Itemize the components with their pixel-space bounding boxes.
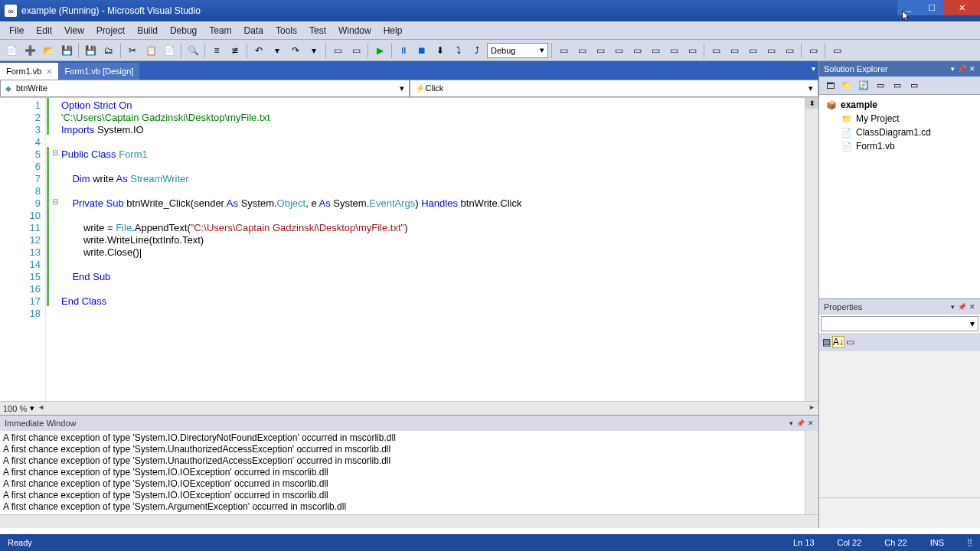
tab-form1-vb-design-[interactable]: Form1.vb [Design] (58, 63, 139, 80)
se-menu-icon[interactable]: ▾ (951, 65, 955, 73)
immediate-vscroll[interactable] (805, 431, 818, 514)
config-dropdown[interactable]: Debug▾ (487, 43, 548, 58)
fold-gutter[interactable]: ⊟⊟ (51, 98, 60, 401)
menu-data[interactable]: Data (238, 23, 270, 38)
start-icon[interactable]: ▶ (371, 42, 388, 59)
copy-icon[interactable]: 📋 (142, 42, 159, 59)
props-close-icon[interactable]: ✕ (969, 303, 975, 311)
tab-form1-vb[interactable]: Form1.vb✕ (0, 63, 58, 80)
step-over-icon[interactable]: ⤵ (450, 42, 467, 59)
menu-file[interactable]: File (3, 23, 30, 38)
zoom-dd-icon[interactable]: ▾ (30, 403, 34, 413)
close-button[interactable]: ✕ (943, 0, 980, 15)
open-icon[interactable]: 📂 (40, 42, 57, 59)
uncomment-icon[interactable]: ≢ (227, 42, 243, 59)
step-icon[interactable]: ⬇ (432, 42, 449, 59)
project-node[interactable]: 📦 example (822, 98, 977, 112)
tree-item-form1-vb[interactable]: 📄Form1.vb (822, 139, 977, 153)
props-pages-icon[interactable]: ▭ (846, 337, 854, 347)
tb-c-icon[interactable]: ▭ (592, 42, 609, 59)
step-out-icon[interactable]: ⤴ (469, 42, 485, 59)
tab-overflow-icon[interactable]: ▾ (812, 64, 815, 73)
se-close-icon[interactable]: ✕ (969, 65, 975, 73)
redo-icon[interactable]: ↷ (287, 42, 304, 59)
save-all-icon[interactable]: 💾 (82, 42, 99, 59)
tb-g-icon[interactable]: ▭ (665, 42, 682, 59)
tb-o-icon[interactable]: ▭ (828, 42, 845, 59)
code-editor[interactable]: 123456789101112131415161718 ⊟⊟ Option St… (0, 98, 818, 401)
menu-help[interactable]: Help (377, 23, 409, 38)
maximize-button[interactable]: ☐ (920, 0, 943, 15)
menu-project[interactable]: Project (90, 23, 131, 38)
tb-h-icon[interactable]: ▭ (684, 42, 701, 59)
horizontal-scrollbar[interactable] (38, 403, 815, 414)
menu-edit[interactable]: Edit (30, 23, 58, 38)
status-ins: INS (930, 538, 944, 547)
method-dropdown[interactable]: Click▾ (410, 80, 819, 97)
tb-d-icon[interactable]: ▭ (610, 42, 627, 59)
window-controls: _ ☐ ✕ (897, 0, 980, 15)
se-design-icon[interactable]: ▭ (906, 78, 922, 93)
tb-f-icon[interactable]: ▭ (647, 42, 664, 59)
vertical-scrollbar[interactable]: ⬍ (805, 98, 818, 401)
nav-fwd-icon[interactable]: ▭ (348, 42, 364, 59)
immediate-pin-icon[interactable]: 📌 (796, 419, 805, 427)
undo-dd-icon[interactable]: ▾ (269, 42, 286, 59)
new-project-icon[interactable]: 📄 (3, 42, 20, 59)
undo-icon[interactable]: ↶ (250, 42, 267, 59)
find-icon[interactable]: 🔍 (185, 42, 201, 59)
redo-dd-icon[interactable]: ▾ (305, 42, 322, 59)
properties-object-dropdown[interactable]: ▾ (821, 316, 978, 331)
tb-k-icon[interactable]: ▭ (744, 42, 761, 59)
class-dropdown[interactable]: btnWrite▾ (0, 80, 410, 97)
tb-e-icon[interactable]: ▭ (629, 42, 645, 59)
se-view-icon[interactable]: ▭ (873, 78, 888, 93)
tb-n-icon[interactable]: ▭ (805, 42, 822, 59)
props-cat-icon[interactable]: ▤ (822, 337, 831, 347)
menu-tools[interactable]: Tools (270, 23, 303, 38)
se-properties-icon[interactable]: 🗔 (822, 78, 838, 93)
add-item-icon[interactable]: ➕ (21, 42, 38, 59)
resize-grip-icon[interactable]: ⣿ (967, 538, 972, 547)
tb-b-icon[interactable]: ▭ (573, 42, 590, 59)
menu-build[interactable]: Build (131, 23, 164, 38)
properties-grid[interactable] (819, 351, 980, 497)
menu-window[interactable]: Window (332, 23, 377, 38)
tree-item-my-project[interactable]: 📁My Project (822, 112, 977, 126)
solution-tree[interactable]: 📦 example 📁My Project📄ClassDiagram1.cd📄F… (819, 95, 980, 298)
se-showall-icon[interactable]: 📁 (839, 78, 854, 93)
stop-icon[interactable]: ⏹ (413, 42, 430, 59)
props-pin-icon[interactable]: 📌 (958, 303, 966, 311)
tab-close-icon[interactable]: ✕ (46, 67, 52, 76)
tb-j-icon[interactable]: ▭ (726, 42, 743, 59)
immediate-close-icon[interactable]: ✕ (808, 419, 814, 427)
menu-view[interactable]: View (58, 23, 90, 38)
zoom-level[interactable]: 100 % (3, 404, 27, 413)
status-line: Ln 13 (793, 538, 815, 547)
minimize-button[interactable]: _ (897, 0, 920, 15)
save-icon[interactable]: 💾 (58, 42, 75, 59)
save-all2-icon[interactable]: 🗂 (100, 42, 117, 59)
pause-icon[interactable]: ⏸ (395, 42, 412, 59)
props-az-icon[interactable]: A↓ (832, 336, 844, 348)
menu-debug[interactable]: Debug (164, 23, 203, 38)
tb-l-icon[interactable]: ▭ (763, 42, 779, 59)
tree-item-classdiagram1-cd[interactable]: 📄ClassDiagram1.cd (822, 126, 977, 139)
se-pin-icon[interactable]: 📌 (958, 65, 966, 73)
menu-team[interactable]: Team (203, 23, 237, 38)
paste-icon[interactable]: 📄 (161, 42, 178, 59)
comment-icon[interactable]: ≡ (208, 42, 225, 59)
tb-a-icon[interactable]: ▭ (555, 42, 572, 59)
tb-i-icon[interactable]: ▭ (707, 42, 724, 59)
cut-icon[interactable]: ✂ (124, 42, 141, 59)
se-code-icon[interactable]: ▭ (890, 78, 905, 93)
immediate-menu-icon[interactable]: ▾ (789, 419, 793, 427)
props-menu-icon[interactable]: ▾ (951, 303, 955, 311)
tb-m-icon[interactable]: ▭ (781, 42, 798, 59)
immediate-content[interactable]: A first chance exception of type 'System… (0, 431, 818, 514)
nav-back-icon[interactable]: ▭ (329, 42, 346, 59)
menu-test[interactable]: Test (303, 23, 332, 38)
immediate-hscroll[interactable] (0, 514, 818, 528)
se-refresh-icon[interactable]: 🔄 (856, 78, 871, 93)
code-content[interactable]: Option Strict On'C:\Users\Captain Gadzin… (60, 98, 805, 401)
